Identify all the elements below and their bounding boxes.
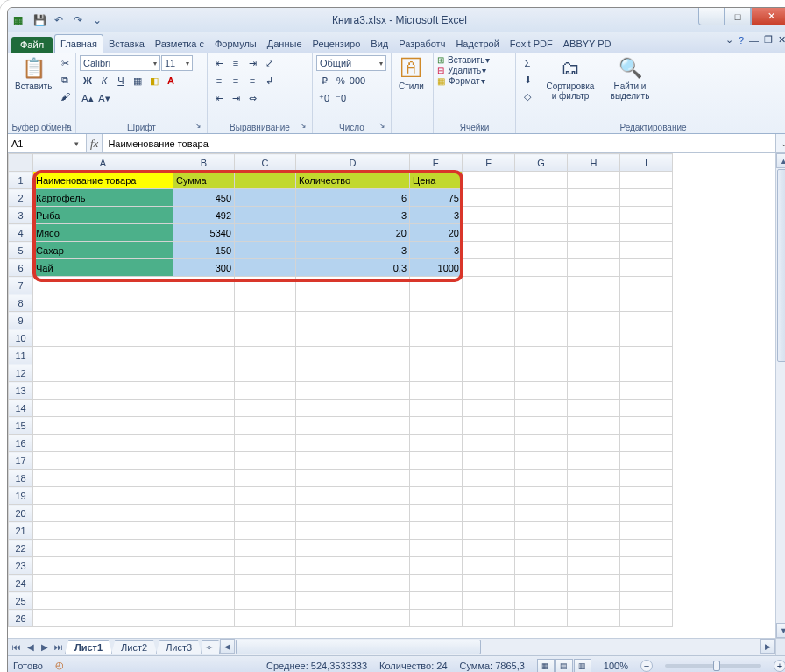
comma-button[interactable]: 000 xyxy=(350,73,365,88)
cell-H5[interactable] xyxy=(568,242,620,259)
cell-D14[interactable] xyxy=(296,400,410,417)
tab-view[interactable]: Вид xyxy=(365,35,393,53)
redo-button[interactable]: ↷ xyxy=(71,13,85,27)
cell-B24[interactable] xyxy=(173,575,235,592)
cell-F11[interactable] xyxy=(463,347,515,364)
name-box-input[interactable] xyxy=(8,138,69,149)
cell-E2[interactable]: 75 xyxy=(410,189,463,207)
sort-filter-button[interactable]: 🗂 Сортировка и фильтр xyxy=(541,55,600,103)
cell-C11[interactable] xyxy=(235,347,296,364)
cell-C20[interactable] xyxy=(235,505,296,522)
vscroll-thumb[interactable] xyxy=(777,169,785,362)
cell-A2[interactable]: Картофель xyxy=(33,189,173,207)
paste-button[interactable]: 📋 Вставить xyxy=(11,55,55,93)
cell-F3[interactable] xyxy=(463,207,515,224)
doc-restore-icon[interactable]: ❐ xyxy=(764,34,773,46)
cell-F4[interactable] xyxy=(463,224,515,242)
worksheet-grid[interactable]: ABCDEFGHI1Наименование товараСуммаКоличе… xyxy=(8,153,785,638)
cell-G18[interactable] xyxy=(515,470,568,487)
fx-button[interactable]: fx xyxy=(90,137,98,151)
cell-A22[interactable] xyxy=(33,540,173,557)
name-box[interactable]: ▾ xyxy=(8,134,87,152)
cell-F12[interactable] xyxy=(463,364,515,382)
sheet-tab-2[interactable]: Лист2 xyxy=(111,640,157,654)
cell-C26[interactable] xyxy=(235,610,296,627)
row-header-6[interactable]: 6 xyxy=(9,259,33,277)
cell-B12[interactable] xyxy=(173,364,235,382)
save-button[interactable]: 💾 xyxy=(32,13,46,27)
cell-C6[interactable] xyxy=(235,259,296,277)
font-launcher-icon[interactable]: ↘ xyxy=(194,121,205,131)
tab-page-layout[interactable]: Разметка с xyxy=(150,35,209,53)
row-header-1[interactable]: 1 xyxy=(9,172,33,189)
scroll-left-button[interactable]: ◀ xyxy=(220,639,235,654)
cell-C17[interactable] xyxy=(235,452,296,470)
cell-B5[interactable]: 150 xyxy=(173,242,235,259)
cell-I7[interactable] xyxy=(620,277,673,294)
namebox-dropdown-icon[interactable]: ▾ xyxy=(69,139,83,148)
maximize-button[interactable]: □ xyxy=(725,8,751,25)
zoom-level[interactable]: 100% xyxy=(604,661,628,671)
row-header-9[interactable]: 9 xyxy=(9,312,33,329)
cell-G15[interactable] xyxy=(515,417,568,435)
cell-H7[interactable] xyxy=(568,277,620,294)
cell-H24[interactable] xyxy=(568,575,620,592)
cell-B13[interactable] xyxy=(173,382,235,400)
cell-B9[interactable] xyxy=(173,312,235,329)
cell-D18[interactable] xyxy=(296,470,410,487)
cell-B8[interactable] xyxy=(173,294,235,312)
undo-button[interactable]: ↶ xyxy=(52,13,66,27)
row-header-3[interactable]: 3 xyxy=(9,207,33,224)
cell-B14[interactable] xyxy=(173,400,235,417)
cell-G21[interactable] xyxy=(515,522,568,540)
cell-H8[interactable] xyxy=(568,294,620,312)
cell-D16[interactable] xyxy=(296,435,410,452)
cell-F1[interactable] xyxy=(463,172,515,189)
cell-B16[interactable] xyxy=(173,435,235,452)
cell-A19[interactable] xyxy=(33,487,173,505)
help-icon[interactable]: ? xyxy=(739,35,744,46)
cell-I1[interactable] xyxy=(620,172,673,189)
cell-F19[interactable] xyxy=(463,487,515,505)
cell-I12[interactable] xyxy=(620,364,673,382)
cell-I10[interactable] xyxy=(620,329,673,347)
col-header-D[interactable]: D xyxy=(296,154,410,172)
autosum-button[interactable]: Σ xyxy=(520,55,535,71)
cell-F24[interactable] xyxy=(463,575,515,592)
cell-D24[interactable] xyxy=(296,575,410,592)
scroll-down-button[interactable]: ▼ xyxy=(776,623,785,638)
cell-F7[interactable] xyxy=(463,277,515,294)
cell-B19[interactable] xyxy=(173,487,235,505)
cell-A11[interactable] xyxy=(33,347,173,364)
cell-E12[interactable] xyxy=(410,364,463,382)
cell-F22[interactable] xyxy=(463,540,515,557)
cell-B23[interactable] xyxy=(173,557,235,575)
cell-A12[interactable] xyxy=(33,364,173,382)
cell-E11[interactable] xyxy=(410,347,463,364)
cell-B17[interactable] xyxy=(173,452,235,470)
cell-A5[interactable]: Сахар xyxy=(33,242,173,259)
close-button[interactable]: ✕ xyxy=(751,8,785,25)
tab-addins[interactable]: Надстрой xyxy=(450,35,504,53)
cell-D7[interactable] xyxy=(296,277,410,294)
cell-F2[interactable] xyxy=(463,189,515,207)
cell-F8[interactable] xyxy=(463,294,515,312)
cell-I19[interactable] xyxy=(620,487,673,505)
cell-I26[interactable] xyxy=(620,610,673,627)
cell-B22[interactable] xyxy=(173,540,235,557)
cell-H6[interactable] xyxy=(568,259,620,277)
cell-E15[interactable] xyxy=(410,417,463,435)
cell-A20[interactable] xyxy=(33,505,173,522)
cell-G14[interactable] xyxy=(515,400,568,417)
formula-input[interactable]: Наименование товара xyxy=(102,134,775,152)
cell-D5[interactable]: 3 xyxy=(296,242,410,259)
indent-dec-button[interactable]: ⇤ xyxy=(211,90,227,106)
align-top-button[interactable]: ⇤ xyxy=(211,55,227,71)
cell-H22[interactable] xyxy=(568,540,620,557)
row-header-12[interactable]: 12 xyxy=(9,364,33,382)
cell-I2[interactable] xyxy=(620,189,673,207)
cell-A6[interactable]: Чай xyxy=(33,259,173,277)
cell-D8[interactable] xyxy=(296,294,410,312)
cell-G6[interactable] xyxy=(515,259,568,277)
cell-G17[interactable] xyxy=(515,452,568,470)
